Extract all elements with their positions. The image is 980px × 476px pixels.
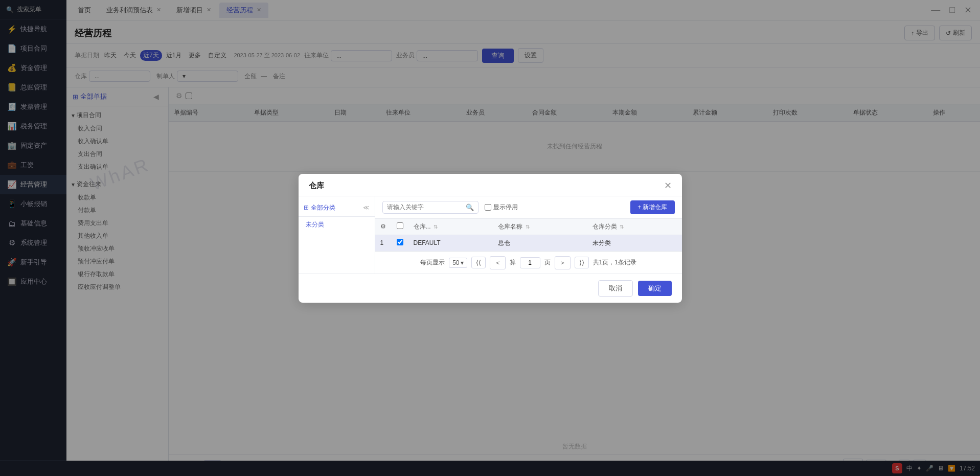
modal-table: ⚙ 仓库... ⇅ 仓库名称 ⇅ xyxy=(375,219,682,252)
modal-close-icon[interactable]: ✕ xyxy=(664,181,672,190)
row-id: 1 xyxy=(375,235,392,251)
modal-title: 仓库 xyxy=(309,181,324,191)
select-all-warehouse[interactable] xyxy=(397,222,403,229)
warehouse-table-body: 1 DEFAULT 总仓 未分类 xyxy=(375,235,682,251)
modal-left-panel: ⊞ 全部分类 ≪ 未分类 xyxy=(299,196,375,274)
cancel-button[interactable]: 取消 xyxy=(598,280,633,297)
modal-page-label: 算 xyxy=(510,258,516,267)
modal-page-suffix: 页 xyxy=(544,258,551,267)
modal-left-item-uncategorized[interactable]: 未分类 xyxy=(299,218,375,232)
modal-search-icon: 🔍 xyxy=(466,203,474,211)
modal-total-info: 共1页，1条记录 xyxy=(593,258,636,267)
modal-pagination: 每页显示 50 ▾ ⟨⟨ ＜ 算 页 ＞ ⟩⟩ 共1页，1条记录 xyxy=(375,252,682,274)
row-category: 未分类 xyxy=(587,235,682,251)
row-select-checkbox[interactable] xyxy=(397,239,403,245)
sort-name-icon: ⇅ xyxy=(526,224,530,230)
modal-right: 🔍 显示停用 + 新增仓库 ⚙ xyxy=(375,196,682,274)
settings-col-icon[interactable]: ⚙ xyxy=(380,223,386,230)
modal-footer: 取消 确定 xyxy=(299,274,682,303)
modal-last-page[interactable]: ⟩⟩ xyxy=(575,257,589,268)
modal-per-page-label: 每页显示 xyxy=(420,258,445,267)
modal-per-page-arrow: ▾ xyxy=(461,259,464,266)
sort-code-icon: ⇅ xyxy=(434,224,438,230)
modal-header: 仓库 ✕ xyxy=(299,174,682,196)
modal-left-header: ⊞ 全部分类 ≪ xyxy=(299,200,375,215)
col-warehouse-name: 仓库名称 ⇅ xyxy=(493,219,587,235)
grid-icon2: ⊞ xyxy=(304,204,309,211)
col-checkbox xyxy=(392,219,408,235)
show-disabled-checkbox[interactable] xyxy=(485,204,491,211)
modal-toolbar: 🔍 显示停用 + 新增仓库 xyxy=(375,196,682,219)
col-warehouse-code: 仓库... ⇅ xyxy=(408,219,493,235)
sort-cat-icon: ⇅ xyxy=(620,224,624,230)
modal-search-input[interactable] xyxy=(387,203,464,211)
col-warehouse-category: 仓库分类 ⇅ xyxy=(587,219,682,235)
modal-toolbar-left: 🔍 显示停用 xyxy=(382,201,518,214)
warehouse-row-1[interactable]: 1 DEFAULT 总仓 未分类 xyxy=(375,235,682,251)
all-category-label[interactable]: ⊞ 全部分类 xyxy=(304,203,335,212)
confirm-button[interactable]: 确定 xyxy=(638,281,672,296)
modal-search-box[interactable]: 🔍 xyxy=(382,201,478,214)
modal-page-input[interactable] xyxy=(520,257,540,268)
row-checkbox xyxy=(392,235,408,251)
warehouse-table: ⚙ 仓库... ⇅ 仓库名称 ⇅ xyxy=(375,219,682,252)
warehouse-table-head: ⚙ 仓库... ⇅ 仓库名称 ⇅ xyxy=(375,219,682,235)
col-settings: ⚙ xyxy=(375,219,392,235)
show-disabled-checkbox-label[interactable]: 显示停用 xyxy=(485,203,518,212)
add-warehouse-button[interactable]: + 新增仓库 xyxy=(630,200,674,214)
row-name: 总仓 xyxy=(493,235,587,251)
modal-prev-page[interactable]: ＜ xyxy=(490,256,506,269)
modal-overlay[interactable]: 仓库 ✕ ⊞ 全部分类 ≪ 未分类 xyxy=(0,0,980,476)
divider xyxy=(299,216,375,217)
modal-per-page-select[interactable]: 50 ▾ xyxy=(449,258,467,268)
modal-next-page[interactable]: ＞ xyxy=(555,256,571,269)
modal-first-page[interactable]: ⟨⟨ xyxy=(471,257,486,268)
modal-body: ⊞ 全部分类 ≪ 未分类 🔍 xyxy=(299,196,682,274)
warehouse-modal: 仓库 ✕ ⊞ 全部分类 ≪ 未分类 xyxy=(299,174,682,303)
collapse-modal-left-icon[interactable]: ≪ xyxy=(363,204,370,211)
row-code: DEFAULT xyxy=(408,235,493,251)
